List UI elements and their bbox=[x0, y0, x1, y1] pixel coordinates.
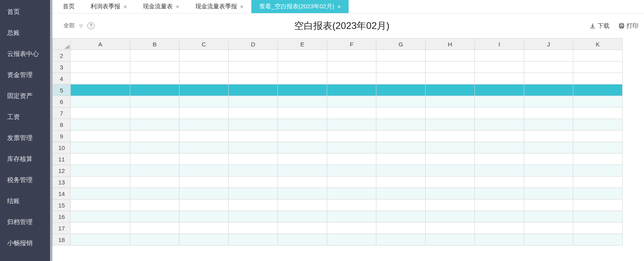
cell-E2[interactable] bbox=[278, 50, 327, 61]
cell-C12[interactable] bbox=[179, 165, 229, 177]
cell-D3[interactable] bbox=[229, 61, 278, 73]
cell-I2[interactable] bbox=[475, 50, 524, 61]
row-header-2[interactable]: 2 bbox=[53, 50, 71, 61]
column-header-G[interactable]: G bbox=[376, 38, 426, 50]
cell-H18[interactable] bbox=[426, 234, 475, 246]
help-icon[interactable]: ? bbox=[87, 22, 94, 29]
cell-G15[interactable] bbox=[376, 200, 426, 211]
cell-D16[interactable] bbox=[229, 211, 278, 223]
cell-A5[interactable] bbox=[71, 84, 130, 96]
cell-K12[interactable] bbox=[573, 165, 623, 177]
cell-C3[interactable] bbox=[179, 61, 229, 73]
tab-0[interactable]: 首页 bbox=[55, 0, 83, 13]
cell-C17[interactable] bbox=[179, 223, 229, 234]
cell-I5[interactable] bbox=[475, 84, 524, 96]
row-header-14[interactable]: 14 bbox=[53, 188, 71, 200]
cell-H16[interactable] bbox=[426, 211, 475, 223]
cell-K18[interactable] bbox=[573, 234, 623, 246]
cell-D10[interactable] bbox=[229, 142, 278, 154]
cell-I13[interactable] bbox=[475, 177, 524, 188]
cell-E7[interactable] bbox=[278, 107, 327, 119]
cell-B15[interactable] bbox=[130, 200, 179, 211]
cell-C11[interactable] bbox=[179, 154, 229, 165]
cell-F17[interactable] bbox=[327, 223, 376, 234]
cell-F2[interactable] bbox=[327, 50, 376, 61]
cell-D18[interactable] bbox=[229, 234, 278, 246]
sidebar-item-2[interactable]: 云报表中心 bbox=[0, 44, 52, 65]
cell-C5[interactable] bbox=[179, 84, 229, 96]
cell-H13[interactable] bbox=[426, 177, 475, 188]
cell-B8[interactable] bbox=[130, 119, 179, 130]
cell-K11[interactable] bbox=[573, 154, 623, 165]
cell-F3[interactable] bbox=[327, 61, 376, 73]
cell-J9[interactable] bbox=[524, 130, 573, 142]
cell-H11[interactable] bbox=[426, 154, 475, 165]
cell-G18[interactable] bbox=[376, 234, 426, 246]
cell-I6[interactable] bbox=[475, 96, 524, 107]
row-header-18[interactable]: 18 bbox=[53, 234, 71, 246]
cell-F10[interactable] bbox=[327, 142, 376, 154]
cell-J10[interactable] bbox=[524, 142, 573, 154]
cell-E5[interactable] bbox=[278, 84, 327, 96]
cell-C2[interactable] bbox=[179, 50, 229, 61]
cell-K4[interactable] bbox=[573, 73, 623, 84]
cell-D7[interactable] bbox=[229, 107, 278, 119]
cell-I9[interactable] bbox=[475, 130, 524, 142]
cell-H3[interactable] bbox=[426, 61, 475, 73]
cell-E6[interactable] bbox=[278, 96, 327, 107]
cell-G5[interactable] bbox=[376, 84, 426, 96]
cell-B3[interactable] bbox=[130, 61, 179, 73]
column-header-D[interactable]: D bbox=[229, 38, 278, 50]
cell-C8[interactable] bbox=[179, 119, 229, 130]
cell-B17[interactable] bbox=[130, 223, 179, 234]
cell-B16[interactable] bbox=[130, 211, 179, 223]
cell-G10[interactable] bbox=[376, 142, 426, 154]
cell-A11[interactable] bbox=[71, 154, 130, 165]
cell-A13[interactable] bbox=[71, 177, 130, 188]
cell-A14[interactable] bbox=[71, 188, 130, 200]
select-all-corner[interactable] bbox=[53, 38, 71, 50]
cell-E13[interactable] bbox=[278, 177, 327, 188]
cell-C18[interactable] bbox=[179, 234, 229, 246]
cell-K5[interactable] bbox=[573, 84, 623, 96]
cell-E12[interactable] bbox=[278, 165, 327, 177]
cell-J8[interactable] bbox=[524, 119, 573, 130]
cell-B12[interactable] bbox=[130, 165, 179, 177]
cell-D8[interactable] bbox=[229, 119, 278, 130]
cell-D5[interactable] bbox=[229, 84, 278, 96]
cell-G4[interactable] bbox=[376, 73, 426, 84]
cell-H17[interactable] bbox=[426, 223, 475, 234]
cell-D11[interactable] bbox=[229, 154, 278, 165]
cell-J12[interactable] bbox=[524, 165, 573, 177]
cell-D14[interactable] bbox=[229, 188, 278, 200]
row-header-9[interactable]: 9 bbox=[53, 130, 71, 142]
cell-D17[interactable] bbox=[229, 223, 278, 234]
cell-H9[interactable] bbox=[426, 130, 475, 142]
cell-I11[interactable] bbox=[475, 154, 524, 165]
cell-A2[interactable] bbox=[71, 50, 130, 61]
cell-B13[interactable] bbox=[130, 177, 179, 188]
sidebar-item-10[interactable]: 归档管理 bbox=[0, 212, 52, 233]
cell-K14[interactable] bbox=[573, 188, 623, 200]
row-header-4[interactable]: 4 bbox=[53, 73, 71, 84]
cell-F4[interactable] bbox=[327, 73, 376, 84]
row-header-11[interactable]: 11 bbox=[53, 154, 71, 165]
close-icon[interactable]: × bbox=[240, 3, 244, 10]
cell-F12[interactable] bbox=[327, 165, 376, 177]
cell-C15[interactable] bbox=[179, 200, 229, 211]
cell-E18[interactable] bbox=[278, 234, 327, 246]
cell-E14[interactable] bbox=[278, 188, 327, 200]
sidebar-item-5[interactable]: 工资 bbox=[0, 107, 52, 128]
cell-H15[interactable] bbox=[426, 200, 475, 211]
cell-K10[interactable] bbox=[573, 142, 623, 154]
cell-F13[interactable] bbox=[327, 177, 376, 188]
cell-C16[interactable] bbox=[179, 211, 229, 223]
cell-J5[interactable] bbox=[524, 84, 573, 96]
cell-I7[interactable] bbox=[475, 107, 524, 119]
cell-F6[interactable] bbox=[327, 96, 376, 107]
cell-E4[interactable] bbox=[278, 73, 327, 84]
cell-J7[interactable] bbox=[524, 107, 573, 119]
cell-F14[interactable] bbox=[327, 188, 376, 200]
cell-B5[interactable] bbox=[130, 84, 179, 96]
cell-C10[interactable] bbox=[179, 142, 229, 154]
